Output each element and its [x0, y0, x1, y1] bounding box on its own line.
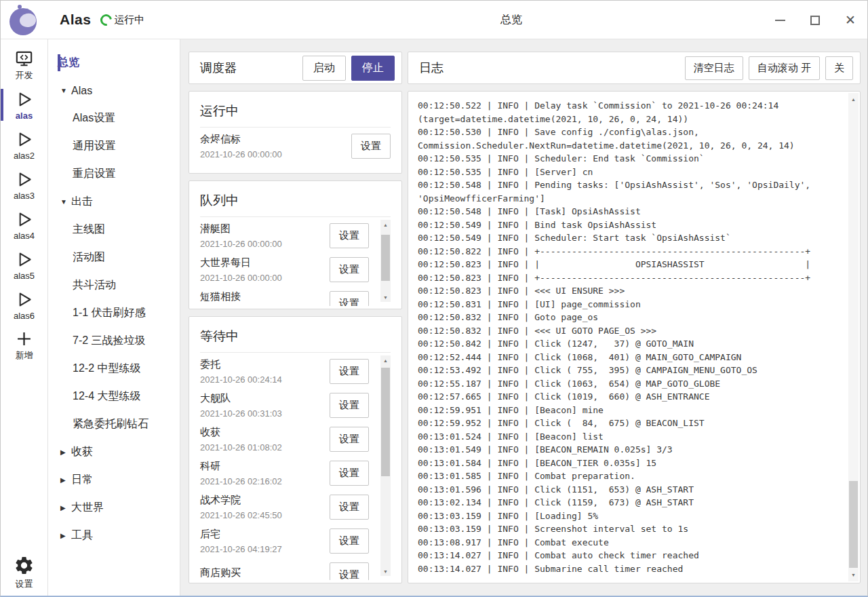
play-icon [14, 210, 34, 230]
scroll-down-icon[interactable]: ▼ [380, 566, 391, 576]
log-line: 00:12:50.548 | INFO | Pending tasks: ['O… [418, 178, 840, 205]
nav-item-label: 出击 [71, 195, 93, 209]
rail-item[interactable]: alas4 [1, 205, 47, 245]
divider [200, 127, 391, 128]
scrollbar-thumb[interactable] [381, 235, 390, 281]
task-settings-button[interactable]: 设置 [330, 495, 369, 520]
nav-item[interactable]: 重启设置 [48, 160, 180, 188]
rail-item[interactable]: 新增 [1, 325, 47, 365]
log-line: 00:13:03.159 | INFO | Screenshot interva… [418, 522, 840, 536]
log-line: 00:13:01.549 | INFO | [BEACON_REMAIN 0.0… [418, 443, 840, 457]
gear-icon [14, 554, 35, 577]
scrollbar-thumb[interactable] [849, 481, 858, 568]
scroll-up-icon[interactable]: ▲ [380, 355, 391, 365]
rail-item[interactable]: 开发 [1, 45, 47, 85]
clear-log-button[interactable]: 清空日志 [685, 56, 743, 80]
nav-item-label: 共斗活动 [73, 278, 116, 292]
nav-item[interactable]: 活动图 [48, 244, 180, 271]
waiting-title: 等待中 [200, 325, 401, 345]
task-settings-button[interactable]: 设置 [330, 359, 369, 384]
scrollbar-thumb[interactable] [381, 368, 390, 476]
nav-item[interactable]: ▼ 出击 [48, 188, 180, 216]
rail-item[interactable]: alas2 [1, 125, 47, 165]
nav-item[interactable]: 总览 [48, 49, 180, 77]
nav-item[interactable]: 共斗活动 [48, 271, 180, 299]
task-name: 科研 [200, 460, 330, 473]
nav-item[interactable]: 紧急委托刷钻石 [48, 410, 180, 438]
log-scrollbar[interactable]: ▲ ▼ [848, 93, 859, 581]
running-title: 运行中 [200, 100, 401, 120]
nav-item[interactable]: 7-2 三战捡垃圾 [48, 327, 180, 355]
rail-item[interactable]: alas3 [1, 165, 47, 205]
nav-item[interactable]: 1-1 伏击刷好感 [48, 299, 180, 327]
nav-item[interactable]: ▼ Alas [48, 77, 180, 104]
play-icon [14, 90, 34, 110]
task-settings-button[interactable]: 设置 [330, 562, 369, 581]
pending-scrollbar[interactable]: ▲ ▼ [380, 220, 391, 302]
rail-item-settings[interactable]: 设置 [1, 551, 47, 593]
task-settings-button[interactable]: 设置 [330, 291, 369, 307]
rail-item[interactable]: alas5 [1, 245, 47, 285]
play-icon [14, 250, 34, 270]
nav-item-label: 通用设置 [73, 139, 116, 153]
scheduler-column: 调度器 启动 停止 运行中 余烬信标 2021-10-26 [189, 52, 402, 583]
nav-item[interactable]: ▶ 收获 [48, 438, 180, 466]
nav-item[interactable]: 通用设置 [48, 132, 180, 160]
rail-item-label: 开发 [16, 69, 33, 81]
task-settings-button[interactable]: 设置 [330, 461, 369, 486]
task-name: 大世界每日 [200, 256, 330, 269]
task-settings-button[interactable]: 设置 [330, 393, 369, 418]
nav-item[interactable]: 12-2 中型练级 [48, 355, 180, 383]
task-name: 商店购买 [200, 566, 330, 579]
chevron-icon: ▶ [60, 476, 71, 484]
log-line: 00:12:50.530 | INFO | Save config ./conf… [418, 126, 840, 152]
pending-list: 潜艇图 2021-10-26 00:00:00 设置 大世界每日 2021-10… [200, 218, 401, 306]
start-button[interactable]: 启动 [302, 56, 346, 81]
task-settings-button[interactable]: 设置 [330, 223, 369, 248]
log-column: 日志 清空日志 自动滚动 开 关 00:12:50.522 | INFO | D… [408, 52, 861, 583]
rail-spacer [1, 365, 47, 551]
close-button[interactable]: ✕ [842, 12, 859, 29]
task-settings-button[interactable]: 设置 [351, 134, 391, 159]
autoscroll-toggle-button[interactable]: 自动滚动 开 [749, 56, 820, 80]
nav-item[interactable]: 主线图 [48, 216, 180, 244]
stop-button[interactable]: 停止 [351, 56, 395, 81]
log-line: 00:12:50.549 | INFO | Scheduler: Start t… [418, 231, 840, 245]
scroll-up-icon[interactable]: ▲ [380, 220, 391, 229]
rail-item[interactable]: alas6 [1, 285, 47, 325]
nav-item[interactable]: Alas设置 [48, 104, 180, 132]
log-line: 00:12:50.831 | INFO | [UI] page_commissi… [418, 298, 840, 311]
nav-item-label: 总览 [58, 56, 79, 70]
nav-item-label: 12-2 中型练级 [73, 362, 140, 376]
nav-item[interactable]: ▶ 大世界 [48, 494, 180, 522]
log-line: 00:12:55.187 | INFO | Click (1063, 654) … [418, 377, 840, 391]
running-card: 运行中 余烬信标 2021-10-26 00:00:00 设置 [189, 91, 402, 174]
nav-item[interactable]: 12-4 大型练级 [48, 383, 180, 410]
log-off-button[interactable]: 关 [825, 56, 853, 80]
task-settings-button[interactable]: 设置 [330, 528, 369, 554]
task-row: 收获 2021-10-26 01:08:02 设置 [200, 422, 377, 456]
log-line: 00:12:59.952 | INFO | Click ( 84, 675) @… [418, 417, 840, 430]
log-text: 00:12:50.522 | INFO | Delay task `Commis… [418, 99, 840, 575]
minimize-button[interactable] [771, 12, 789, 29]
task-settings-button[interactable]: 设置 [330, 257, 369, 282]
nav-item-label: 重启设置 [73, 167, 116, 181]
run-status-label: 运行中 [114, 14, 144, 26]
nav-item-label: Alas设置 [73, 111, 115, 126]
log-view[interactable]: 00:12:50.522 | INFO | Delay task `Commis… [408, 91, 861, 583]
log-line: 00:13:08.917 | INFO | Combat execute [418, 536, 840, 550]
scroll-down-icon[interactable]: ▼ [848, 570, 859, 580]
nav-item[interactable]: ▶ 日常 [48, 466, 180, 494]
titlebar: Alas 运行中 总览 ✕ [1, 1, 867, 39]
scroll-up-icon[interactable]: ▲ [848, 94, 859, 104]
nav-item[interactable]: ▶ 工具 [48, 522, 180, 550]
log-line: 00:13:01.584 | INFO | [BEACON_TIER 0.035… [418, 457, 840, 470]
maximize-button[interactable] [806, 12, 824, 29]
task-settings-button[interactable]: 设置 [330, 427, 369, 452]
log-header-card: 日志 清空日志 自动滚动 开 关 [408, 52, 861, 84]
scroll-down-icon[interactable]: ▼ [380, 292, 391, 302]
waiting-scrollbar[interactable]: ▲ ▼ [380, 355, 391, 576]
task-row: 科研 2021-10-26 02:16:02 设置 [200, 456, 377, 490]
rail-item[interactable]: alas [1, 85, 47, 125]
nav-items: 总览 ▼ Alas Alas设置 通用设置 [48, 49, 180, 550]
